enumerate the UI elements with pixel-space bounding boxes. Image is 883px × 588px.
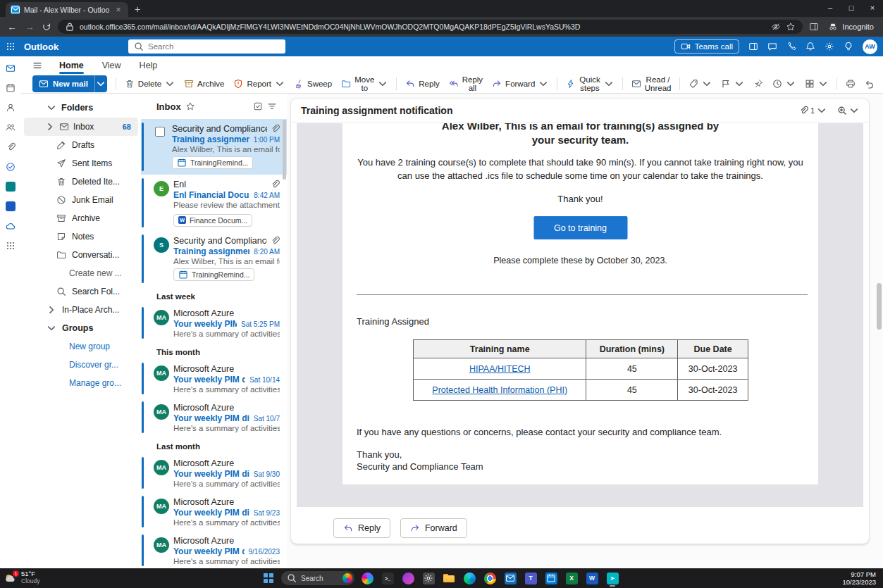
training-link[interactable]: Protected Health Information (PHI) bbox=[432, 385, 567, 395]
email-body-scroll-area[interactable]: Alex Wilber, This is an email for traini… bbox=[297, 123, 863, 507]
search-input[interactable] bbox=[148, 42, 280, 51]
new-mail-dropdown[interactable] bbox=[94, 75, 107, 92]
notifications-bell-icon[interactable] bbox=[805, 42, 815, 51]
file-explorer-icon[interactable] bbox=[441, 570, 457, 587]
weather-widget[interactable]: 1 51°F Cloudy bbox=[4, 570, 39, 585]
report-button[interactable]: Report bbox=[229, 75, 289, 92]
mail-list-item[interactable]: E Enl Enl Financial Document8:42 AM Plea… bbox=[141, 175, 287, 231]
manage-groups-link[interactable]: Manage gro... bbox=[21, 374, 141, 392]
folder-sent-items[interactable]: Sent Items bbox=[21, 154, 141, 173]
rail-groups-icon[interactable] bbox=[6, 123, 16, 132]
calendar-icon[interactable] bbox=[543, 570, 559, 587]
reply-button[interactable]: Reply bbox=[401, 75, 443, 92]
create-new-folder[interactable]: Create new ... bbox=[21, 264, 141, 282]
edge-icon[interactable] bbox=[462, 570, 477, 587]
lock-icon[interactable] bbox=[65, 22, 75, 32]
attachments-toggle[interactable]: 1 bbox=[798, 106, 827, 115]
new-mail-button[interactable]: New mail bbox=[32, 75, 107, 92]
app-launcher-icon[interactable] bbox=[0, 42, 21, 51]
teams-call-button[interactable]: Teams call bbox=[674, 39, 739, 54]
terminal-icon[interactable]: >_ bbox=[380, 570, 395, 587]
address-bar[interactable]: outlook.office365.com/mail/inbox/id/AAQk… bbox=[58, 20, 803, 34]
discover-groups-link[interactable]: Discover gr... bbox=[21, 356, 141, 374]
folder-junk-email[interactable]: Junk Email bbox=[21, 191, 141, 209]
categorize-button[interactable] bbox=[801, 75, 832, 92]
attachment-chip[interactable]: WFinance Docum... bbox=[173, 214, 252, 227]
rail-onedrive-icon[interactable] bbox=[6, 221, 16, 231]
tips-lightbulb-icon[interactable] bbox=[844, 42, 853, 51]
start-button[interactable] bbox=[261, 570, 276, 587]
tab-close-icon[interactable]: × bbox=[113, 5, 123, 15]
undo-button[interactable] bbox=[860, 75, 879, 92]
mail-list-item[interactable]: MA Microsoft Azure Your weekly PIM diges… bbox=[141, 453, 287, 492]
attachment-chip[interactable]: TrainingRemind... bbox=[173, 268, 254, 281]
folder-conversation-history[interactable]: Conversati... bbox=[21, 246, 141, 264]
outlook-search[interactable] bbox=[128, 39, 285, 54]
folders-header[interactable]: Folders bbox=[21, 98, 141, 118]
folder-drafts[interactable]: Drafts bbox=[21, 136, 141, 154]
read-unread-button[interactable]: Read / Unread bbox=[627, 75, 676, 92]
zoom-control[interactable] bbox=[837, 106, 859, 115]
move-to-button[interactable]: Move to bbox=[337, 75, 392, 92]
tab-help[interactable]: Help bbox=[131, 56, 166, 74]
rail-attachments-icon[interactable] bbox=[6, 142, 16, 152]
mail-list-item[interactable]: MA Microsoft Azure Your weekly PIM diges… bbox=[141, 492, 287, 531]
folder-archive[interactable]: Archive bbox=[21, 209, 141, 227]
mail-list-item[interactable]: MA Microsoft Azure Your weekly PIM diges… bbox=[141, 359, 287, 398]
groups-header[interactable]: Groups bbox=[21, 319, 141, 337]
teams-icon[interactable]: T bbox=[523, 570, 538, 587]
rail-word-icon[interactable] bbox=[6, 201, 16, 211]
mail-list-item[interactable]: MA Microsoft Azure Your weekly PIM diges… bbox=[141, 398, 287, 437]
mail-list-item[interactable]: S Security and Compliance T... Training … bbox=[141, 231, 287, 287]
delete-button[interactable]: Delete bbox=[121, 75, 179, 92]
refresh-icon[interactable] bbox=[42, 22, 51, 32]
copilot-icon[interactable] bbox=[359, 570, 375, 587]
flag-button[interactable] bbox=[717, 75, 748, 92]
rail-mail-icon[interactable] bbox=[6, 63, 16, 73]
mail-list-item[interactable]: Security and Compliance Te... Training a… bbox=[141, 119, 287, 175]
hamburger-menu-icon[interactable] bbox=[32, 61, 42, 70]
chevron-right-icon[interactable] bbox=[45, 122, 55, 132]
rail-people-icon[interactable] bbox=[6, 103, 16, 113]
password-eye-icon[interactable] bbox=[771, 22, 781, 32]
list-scrollbar-thumb[interactable] bbox=[283, 120, 286, 180]
chrome-icon[interactable] bbox=[482, 570, 498, 587]
clipchamp-icon[interactable] bbox=[400, 570, 416, 587]
tab-home[interactable]: Home bbox=[51, 56, 92, 74]
tab-view[interactable]: View bbox=[94, 56, 130, 74]
new-group-link[interactable]: New group bbox=[21, 337, 141, 356]
taskbar-search[interactable]: Search bbox=[281, 571, 354, 585]
mail-list-item[interactable]: MA Microsoft Azure Your weekly PIM dige.… bbox=[141, 531, 287, 569]
account-avatar[interactable]: AW bbox=[863, 39, 877, 54]
mini-window-icon[interactable] bbox=[748, 42, 758, 51]
forward-button[interactable]: → bbox=[24, 22, 35, 32]
reply-all-button[interactable]: Reply all bbox=[445, 75, 487, 92]
settings-gear-icon[interactable] bbox=[825, 42, 834, 51]
word-icon[interactable]: W bbox=[584, 570, 600, 587]
remote-desktop-icon[interactable]: ➤ bbox=[605, 570, 620, 587]
forward-button[interactable]: Forward bbox=[400, 518, 467, 538]
rail-todo-icon[interactable] bbox=[6, 162, 16, 172]
select-messages-icon[interactable] bbox=[253, 101, 263, 111]
forward-button[interactable]: Forward bbox=[488, 75, 552, 92]
more-options-button[interactable]: ⋯ bbox=[879, 75, 883, 92]
folder-notes[interactable]: Notes bbox=[21, 227, 141, 246]
chat-icon[interactable] bbox=[767, 42, 777, 51]
favorite-star-icon[interactable] bbox=[185, 101, 195, 111]
training-link[interactable]: HIPAA/HITECH bbox=[469, 364, 531, 374]
side-panel-icon[interactable] bbox=[809, 22, 819, 32]
window-maximize-button[interactable]: □ bbox=[841, 0, 862, 15]
filter-icon[interactable] bbox=[267, 101, 277, 111]
taskbar-clock[interactable]: 9:07 PM 10/23/2023 bbox=[842, 570, 876, 586]
phone-icon[interactable] bbox=[786, 42, 796, 51]
back-button[interactable]: ← bbox=[6, 22, 18, 32]
quick-steps-button[interactable]: Quick steps bbox=[562, 75, 617, 92]
mail-select-checkbox[interactable] bbox=[155, 127, 165, 137]
rail-calendar-icon[interactable] bbox=[6, 83, 16, 93]
snooze-button[interactable] bbox=[768, 75, 800, 92]
excel-icon[interactable]: X bbox=[564, 570, 579, 587]
settings-icon[interactable] bbox=[421, 570, 436, 587]
outlook-icon[interactable] bbox=[502, 570, 518, 587]
go-to-training-button[interactable]: Go to training bbox=[533, 216, 627, 239]
search-folders[interactable]: Search Fol... bbox=[21, 282, 141, 301]
